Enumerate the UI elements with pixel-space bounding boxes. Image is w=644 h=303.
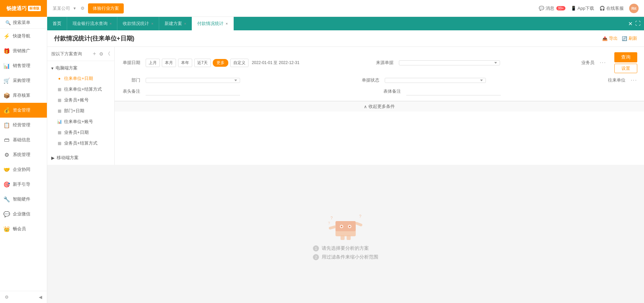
more-btn[interactable]: 更多: [213, 59, 228, 67]
nav-label: 新手引导: [13, 181, 30, 187]
sidebar-item-basic[interactable]: 🗃 基础信息: [0, 132, 47, 147]
custom-btn[interactable]: 自定义: [230, 59, 248, 67]
system-icon: ⚙: [3, 151, 10, 158]
tab-home[interactable]: 首页: [47, 17, 67, 30]
sidebar-item-corp[interactable]: 🤝 企业协同: [0, 162, 47, 177]
app-download-btn[interactable]: 📱 App下载: [571, 5, 594, 11]
sidebar-item-system[interactable]: ⚙ 系统管理: [0, 147, 47, 162]
data-area: ? ? ? 1 请先选择要分析的方案 2 用过滤条件来缩小分析范围: [47, 165, 644, 303]
bottom-settings-icon[interactable]: ⚙: [5, 295, 9, 300]
sidebar-logo: 畅捷通巧 标准版: [0, 0, 47, 17]
refresh-label: 刷新: [628, 35, 637, 41]
nav-label: 经营管理: [13, 122, 30, 128]
scheme-settings-icon[interactable]: ⚙: [99, 51, 104, 57]
staff-label: 业务员: [576, 60, 594, 66]
maximize-icon[interactable]: ⛶: [635, 21, 641, 27]
dropdown-icon[interactable]: ▾: [74, 6, 76, 11]
scheme-item-staff-settle[interactable]: ▦ 业务员+结算方式: [47, 138, 114, 149]
tab-payment-stats[interactable]: 付款情况统计 ×: [192, 17, 233, 30]
settings-icon[interactable]: ⚙: [81, 6, 85, 11]
bill-status-label: 单据状态: [360, 77, 379, 83]
prev-month-btn[interactable]: 上月: [146, 59, 160, 67]
svg-rect-9: [347, 235, 351, 240]
purchase-icon: 🛒: [3, 77, 10, 84]
scheme-item-partner-account[interactable]: 📊 往来单位+账号: [47, 116, 114, 127]
scheme-item-staff-account[interactable]: ▦ 业务员+账号: [47, 95, 114, 105]
user-avatar[interactable]: Rit: [629, 4, 639, 13]
collapse-conditions-btn[interactable]: ∧ 收起更多条件: [115, 101, 644, 112]
tip-text-2: 用过滤条件来缩小分析范围: [322, 254, 378, 260]
nav-label: 营销推广: [13, 48, 30, 54]
bill-status-select[interactable]: [385, 78, 486, 83]
sidebar-item-purchase[interactable]: 🛒 采购管理: [0, 73, 47, 88]
scheme-group-mobile-title[interactable]: ▶ 移动端方案: [47, 153, 114, 163]
tab-payment-stats-close[interactable]: ×: [226, 22, 228, 26]
sidebar-item-guide[interactable]: 🎯 新手引导: [0, 177, 47, 192]
source-label: 来源单据: [375, 60, 393, 66]
cur-year-btn[interactable]: 本年: [178, 59, 192, 67]
source-select[interactable]: [399, 60, 500, 65]
recent-7-btn[interactable]: 近7天: [194, 59, 211, 67]
partner-dots-btn[interactable]: ···: [631, 77, 637, 83]
message-icon: 💬: [539, 6, 544, 11]
sidebar-item-operation[interactable]: 📋 经营管理: [0, 118, 47, 132]
export-btn[interactable]: 📤 导出: [602, 35, 618, 41]
sidebar-search[interactable]: 🔍 搜索菜单: [0, 17, 47, 29]
scheme-group-mobile: ▶ 移动端方案: [47, 151, 114, 165]
scheme-item-partner-date[interactable]: ● 往来单位+日期: [47, 73, 114, 84]
sidebar-item-member[interactable]: 👑 畅会员: [0, 221, 47, 236]
sidebar-item-inventory[interactable]: 📦 库存核算: [0, 88, 47, 103]
dept-dropdown-icon: [234, 80, 237, 81]
sidebar-item-wechat[interactable]: 💬 企业微信: [0, 207, 47, 221]
add-scheme-icon[interactable]: ＋: [92, 50, 97, 57]
guide-icon: 🎯: [3, 181, 10, 188]
trial-btn[interactable]: 体验行业方案: [88, 3, 124, 13]
empty-tips: 1 请先选择要分析的方案 2 用过滤条件来缩小分析范围: [313, 245, 378, 260]
body-note-input[interactable]: [406, 87, 501, 95]
sidebar-item-sales[interactable]: 📊 销售管理: [0, 58, 47, 73]
dept-select[interactable]: [146, 78, 240, 83]
scheme-item-staff-date[interactable]: ▦ 业务员+日期: [47, 127, 114, 138]
finance-icon: 💰: [3, 107, 10, 114]
hardware-icon: 🔧: [3, 196, 10, 203]
bottom-collapse-icon[interactable]: ◀: [39, 295, 42, 300]
tab-new-scheme[interactable]: 新建方案 ×: [159, 17, 192, 30]
close-all-tabs-icon[interactable]: ✕: [628, 21, 633, 27]
collapse-label: 收起更多条件: [369, 103, 395, 110]
staff-dots-btn[interactable]: ···: [600, 60, 606, 66]
header-note-input[interactable]: [146, 87, 240, 95]
tab-bank-flow-close[interactable]: ×: [110, 22, 112, 26]
sidebar-item-quick-nav[interactable]: ⚡ 快捷导航: [0, 29, 47, 43]
tab-receipt-stats-close[interactable]: ×: [151, 22, 153, 26]
refresh-btn[interactable]: 🔄 刷新: [622, 35, 637, 41]
scheme-group-desktop-title[interactable]: ▾ 电脑端方案: [47, 63, 114, 73]
svg-point-4: [341, 226, 343, 228]
sidebar-item-hardware[interactable]: 🔧 智能硬件: [0, 192, 47, 207]
scheme-icon-6: ▦: [57, 141, 62, 146]
source-dropdown-icon: [494, 62, 497, 64]
search-icon: 🔍: [5, 20, 11, 25]
empty-state: ? ? ? 1 请先选择要分析的方案 2 用过滤条件来缩小分析范围: [313, 208, 378, 260]
sidebar-item-finance[interactable]: 💰 资金管理: [0, 103, 47, 118]
filter-row-3: 表头备注 表体备注: [121, 87, 637, 95]
message-badge: 99+: [556, 6, 565, 10]
settings-btn[interactable]: 设置: [614, 64, 637, 73]
tab-bank-flow[interactable]: 现金银行流水查询 ×: [67, 17, 117, 30]
export-icon: 📤: [602, 36, 608, 41]
scheme-item-partner-settle[interactable]: ▦ 往来单位+结算方式: [47, 84, 114, 95]
online-service-btn[interactable]: 🎧 在线客服: [599, 5, 624, 11]
quick-nav-icon: ⚡: [3, 33, 10, 39]
sidebar-nav: ⚡ 快捷导航 🎁 营销推广 📊 销售管理 🛒 采购管理 📦 库存核算 💰 资金管…: [0, 29, 47, 291]
cur-month-btn[interactable]: 本月: [162, 59, 176, 67]
collapse-scheme-icon[interactable]: 《: [106, 51, 110, 57]
query-btn[interactable]: 查询: [614, 52, 637, 62]
scheme-item-dept-date[interactable]: ▦ 部门+日期: [47, 105, 114, 116]
tab-new-scheme-close[interactable]: ×: [184, 22, 186, 26]
tab-controls: ✕ ⛶: [625, 17, 644, 30]
tip-num-1: 1: [313, 245, 319, 251]
refresh-icon: 🔄: [622, 36, 627, 41]
sidebar-item-marketing[interactable]: 🎁 营销推广: [0, 43, 47, 58]
message-btn[interactable]: 💬 消息 99+: [539, 5, 565, 11]
tip-num-2: 2: [313, 254, 319, 260]
tab-receipt-stats[interactable]: 收款情况统计 ×: [117, 17, 159, 30]
